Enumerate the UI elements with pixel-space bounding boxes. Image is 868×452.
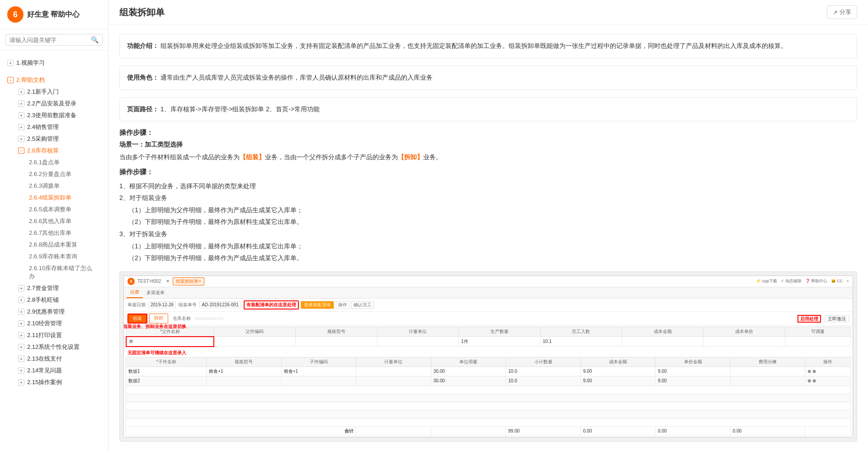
nav-sub-sec-215[interactable]: + 2.15操作案例 <box>16 376 101 388</box>
mock-upper-table: *父件名称 父件编码 规格型号 计量单位 生产数量 完工入数 成本金额 成本单价… <box>126 327 851 347</box>
nav-item-269[interactable]: 2.6.9库存账本查询 <box>25 251 101 262</box>
mock-lower-row-7 <box>126 418 851 426</box>
feature-intro-text: 组装拆卸单用来处理企业组装或拆卸等加工业务，支持有固定装配清单的产品加工业务，也… <box>160 42 787 49</box>
nav-sub-sec-22[interactable]: + 2.2产品安装及登录 <box>16 98 101 109</box>
nav-sub-sec-212[interactable]: + 2.12系统个性化设置 <box>16 341 101 353</box>
screenshot-container: 6 TEST-H002 ▼ 组装拆卸单× ⚡ App下载 ✓ 动态辅助 ❓ 帮助… <box>119 271 857 442</box>
path-block: 页面路径： 1、库存核算->库存管理->组装拆卸单 2、首页->常用功能 <box>119 97 857 122</box>
mock-tab-home[interactable]: 自费 <box>127 287 143 298</box>
search-input[interactable] <box>9 37 91 43</box>
search-icon: 🔍 <box>91 36 99 43</box>
mock-field-date-label: 单据日期 <box>127 302 146 308</box>
mock-btn-confirm[interactable]: 确认完工 <box>351 301 374 309</box>
nav-sub-sec-26[interactable]: − 2.6库存核算 <box>16 145 101 157</box>
step-2: 2、对于组装业务 <box>119 192 857 204</box>
nav-sub-sec-21[interactable]: + 2.1新手入门 <box>16 86 101 98</box>
mock-lower-row-2: 数据2 30.00 10.0 9.00 9.00 ⊕ ⊗ <box>126 376 851 385</box>
mock-title: TEST-H002 <box>137 279 161 284</box>
mock-footer-row: 合计 99.00 0.00 0.00 0.00 <box>126 426 851 436</box>
nav-label-22: 2.2产品安装及登录 <box>27 100 76 108</box>
mock-lower-th-10: 操作 <box>805 357 851 366</box>
mock-upper-td-name: 米 <box>126 337 214 347</box>
mock-warehouse-input[interactable] <box>195 318 223 319</box>
nav-section-header-2[interactable]: − 2.帮助文档 <box>7 74 101 86</box>
expand-icon-29: + <box>18 309 24 315</box>
nav-item-262[interactable]: 2.6.2分量盘点单 <box>25 168 101 180</box>
mock-tab-multi[interactable]: 多渠道单 <box>143 288 168 298</box>
mock-upper-table-area: *父件名称 父件编码 规格型号 计量单位 生产数量 完工入数 成本金额 成本单价… <box>124 326 853 348</box>
ops-section: 操作步骤： 场景一：加工类型选择 当由多个子件材料组装成一个成品的业务为【组装】… <box>119 128 857 264</box>
mock-upper-th-4: 计量单位 <box>377 327 458 337</box>
mock-upper-th-5: 生产数量 <box>459 327 540 337</box>
mock-type-assemble[interactable]: 组装 <box>127 314 147 324</box>
expand-icon-27: + <box>18 285 24 291</box>
share-icon: ↗ <box>833 9 838 16</box>
mock-btn-assembly-list[interactable]: 选择装配清单 <box>301 301 334 309</box>
nav-label-23: 2.3使用前数据准备 <box>27 111 76 119</box>
nav-item-261[interactable]: 2.6.1盘点单 <box>25 157 101 168</box>
nav-sub-sec-28[interactable]: + 2.8手机旺铺 <box>16 294 101 306</box>
role-text: 通常由生产人员或库管人员完成拆装业务的操作，库管人员确认原材料的出库和产成品的入… <box>160 74 433 81</box>
nav-label-211: 2.11打印设置 <box>27 331 62 339</box>
mock-lower-th-3: 子件编码 <box>281 357 356 366</box>
expand-icon-211: + <box>18 332 24 338</box>
mock-lower-th-6: 小计数量 <box>506 357 581 366</box>
nav-sub-sec-24[interactable]: + 2.4销售管理 <box>16 121 101 133</box>
nav-label-214: 2.14常见问题 <box>27 366 62 375</box>
mock-upper-th-8: 成本单价 <box>703 327 785 337</box>
mock-enable-btn[interactable]: 立即激活 <box>825 315 849 322</box>
nav-section-1: + 1.视频学习 <box>0 54 108 71</box>
mock-lower-table-area: 无固定清单可继续在这里录入 *子件名称 规格型号 子件编码 计量单位 单位用量 … <box>124 348 853 437</box>
path-text: 1、库存核算->库存管理->组装拆卸单 2、首页->常用功能 <box>160 105 320 113</box>
nav-sub-sec-214[interactable]: + 2.14常见问题 <box>16 365 101 376</box>
nav-sub-sec-25[interactable]: + 2.5采购管理 <box>16 133 101 145</box>
share-button[interactable]: ↗ 分享 <box>827 5 857 19</box>
step-2-1: （1）上部明细为父件明细，最终作为产成品生成某它入库单； <box>119 204 857 216</box>
nav-sub-sec-23[interactable]: + 2.3使用前数据准备 <box>16 109 101 121</box>
logo-icon: 6 <box>7 6 24 23</box>
expand-icon-23: + <box>18 112 24 119</box>
mock-upper-th-6: 完工入数 <box>540 327 622 337</box>
mock-upper-row-1: 米 1件 10.1 <box>126 337 851 347</box>
nav-sub-sec-27[interactable]: + 2.7资金管理 <box>16 282 101 294</box>
nav-item-266[interactable]: 2.6.6其他入库单 <box>25 215 101 227</box>
ops-steps-title: 操作步骤： <box>119 168 857 176</box>
mock-upper-th-3: 规格型号 <box>296 327 377 337</box>
mock-field-billno[interactable]: AD-20191226-001 <box>199 301 241 308</box>
search-box[interactable]: 🔍 <box>5 34 103 46</box>
sidebar: 6 好生意 帮助中心 🔍 + 1.视频学习 − 2.帮助文档 <box>0 0 108 452</box>
nav-section-header-1[interactable]: + 1.视频学习 <box>7 57 101 69</box>
ops-title: 操作步骤： <box>119 128 857 137</box>
mock-upper-td-code <box>214 337 295 347</box>
mock-close-icon: × <box>846 279 849 284</box>
expand-icon-25: + <box>18 136 24 142</box>
nav-item-264[interactable]: 2.6.4组装拆卸单 <box>25 192 101 204</box>
nav-item-265[interactable]: 2.6.5成本调整单 <box>25 204 101 215</box>
nav-item-267[interactable]: 2.6.7其他出库单 <box>25 227 101 239</box>
mock-field-date[interactable]: 2019-12-26 <box>148 301 176 308</box>
content-area: 功能介绍： 组装拆卸单用来处理企业组装或拆卸等加工业务，支持有固定装配清单的产品… <box>108 25 868 452</box>
mock-lower-th-9: 费用分摊 <box>730 357 805 366</box>
expand-icon-28: + <box>18 297 24 303</box>
nav-item-268[interactable]: 2.6.8商品成本重算 <box>25 239 101 251</box>
step-2-2: （2）下部明细为子件明细，最终作为原材料生成某它出库单。 <box>119 216 857 228</box>
nav-sub-sec-211[interactable]: + 2.11打印设置 <box>16 329 101 341</box>
nav-item-2610[interactable]: 2.6.10库存账本错了怎么办 <box>25 262 101 282</box>
mock-type-disassemble[interactable]: 拆卸 <box>149 314 168 324</box>
step-3: 3、对于拆装业务 <box>119 228 857 240</box>
expand-icon-24: + <box>18 124 24 130</box>
expand-icon-22: + <box>18 100 24 107</box>
topbar: 组装拆卸单 ↗ 分享 <box>108 0 868 25</box>
page-title: 组装拆卸单 <box>119 6 165 19</box>
nav-sub-sec-213[interactable]: + 2.13在线支付 <box>16 353 101 365</box>
mock-upper-td-price <box>703 337 785 347</box>
mock-btn-ops[interactable]: 操作 <box>336 301 349 309</box>
mock-warehouse-label: 仓库名称 <box>173 315 191 322</box>
nav-item-263[interactable]: 2.6.3调拨单 <box>25 180 101 192</box>
nav-sub-sec-210[interactable]: + 2.10经营管理 <box>16 318 101 329</box>
mock-lower-th-7: 成本金额 <box>580 357 656 366</box>
steps-list: 1、根据不同的业务，选择不同单据的类型来处理 2、对于组装业务 （1）上部明细为… <box>119 180 857 264</box>
feature-intro-block: 功能介绍： 组装拆卸单用来处理企业组装或拆卸等加工业务，支持有固定装配清单的产品… <box>119 34 857 58</box>
expand-icon-210: + <box>18 320 24 327</box>
nav-sub-sec-29[interactable]: + 2.9优惠券管理 <box>16 306 101 318</box>
